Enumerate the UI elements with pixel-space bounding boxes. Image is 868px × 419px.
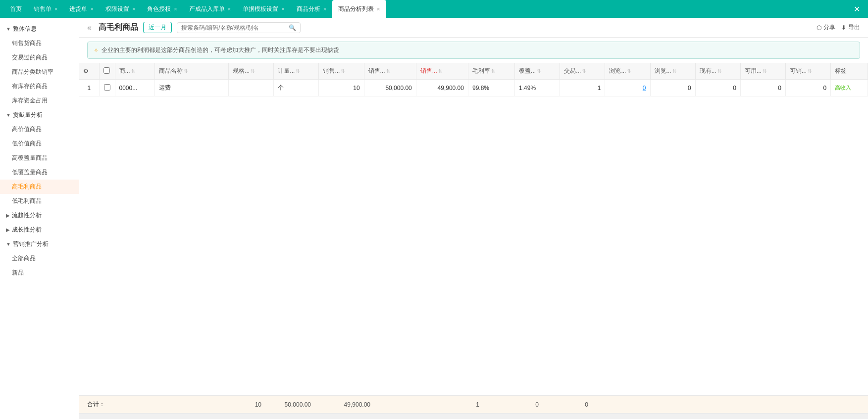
col-coverage[interactable]: 覆盖...⇅ bbox=[515, 63, 560, 80]
sidebar-item-new-goods[interactable]: 新品 bbox=[0, 266, 79, 280]
sort-tx-icon[interactable]: ⇅ bbox=[582, 68, 586, 74]
tab-analysis-close[interactable]: × bbox=[323, 6, 326, 12]
col-sales-profit[interactable]: 销售...⇅ bbox=[416, 63, 468, 80]
table-row[interactable]: 1 0000... 运费 个 10 50,000.00 49,900.00 99… bbox=[79, 80, 868, 96]
close-all-button[interactable]: ✕ bbox=[850, 4, 864, 14]
col-spec[interactable]: 规格...⇅ bbox=[229, 63, 274, 80]
col-available[interactable]: 可用...⇅ bbox=[740, 63, 785, 80]
cell-transactions: 1 bbox=[560, 80, 605, 96]
tab-inbound-close[interactable]: × bbox=[228, 6, 231, 12]
filter-period-button[interactable]: 近一月 bbox=[143, 22, 172, 33]
cell-no: 1 bbox=[79, 80, 99, 96]
sort-name-icon[interactable]: ⇅ bbox=[184, 68, 188, 74]
tab-home[interactable]: 首页 bbox=[4, 0, 28, 18]
col-saleable[interactable]: 可销...⇅ bbox=[786, 63, 831, 80]
sort-salesqty-icon[interactable]: ⇅ bbox=[341, 68, 345, 74]
share-button[interactable]: ⬡ 分享 bbox=[817, 23, 835, 32]
sort-spec-icon[interactable]: ⇅ bbox=[251, 68, 255, 74]
col-views2[interactable]: 浏览...⇅ bbox=[650, 63, 695, 80]
tab-analysis-list[interactable]: 商品分析列表 × bbox=[332, 0, 386, 18]
tab-permission-close[interactable]: × bbox=[132, 6, 135, 12]
collapse-sidebar-button[interactable]: « bbox=[87, 23, 92, 32]
cell-saleable: 0 bbox=[786, 80, 831, 96]
col-name[interactable]: 商品名称⇅ bbox=[154, 63, 228, 80]
tab-sales[interactable]: 销售单 × bbox=[28, 0, 63, 18]
sidebar-item-category-rate[interactable]: 商品分类助销率 bbox=[0, 65, 79, 79]
sidebar-item-high-coverage[interactable]: 高覆盖量商品 bbox=[0, 151, 79, 165]
col-sales-amount[interactable]: 销售...⇅ bbox=[364, 63, 416, 80]
data-table: ⚙ 商...⇅ 商品名称⇅ 规格...⇅ 计量...⇅ 销售...⇅ 销售...… bbox=[79, 63, 868, 96]
sort-code-icon[interactable]: ⇅ bbox=[131, 68, 135, 74]
export-label: 导出 bbox=[848, 23, 860, 32]
sort-unit-icon[interactable]: ⇅ bbox=[296, 68, 300, 74]
search-input[interactable] bbox=[181, 24, 289, 31]
content-header: « 高毛利商品 近一月 🔍 ⬡ 分享 ⬇ 导出 bbox=[79, 18, 868, 38]
col-settings[interactable]: ⚙ bbox=[79, 63, 99, 80]
sidebar-group-overall-label: 整体信息 bbox=[13, 25, 37, 33]
tab-template[interactable]: 单据模板设置 × bbox=[237, 0, 290, 18]
cell-code: 0000... bbox=[115, 80, 154, 96]
tab-purchase-close[interactable]: × bbox=[90, 6, 93, 12]
cell-spec bbox=[229, 80, 274, 96]
tab-inbound[interactable]: 产成品入库单 × bbox=[183, 0, 237, 18]
search-icon[interactable]: 🔍 bbox=[289, 24, 296, 31]
col-gross-margin[interactable]: 毛利率⇅ bbox=[468, 63, 514, 80]
table-wrapper[interactable]: ⚙ 商...⇅ 商品名称⇅ 规格...⇅ 计量...⇅ 销售...⇅ 销售...… bbox=[79, 63, 868, 395]
col-views1[interactable]: 浏览...⇅ bbox=[605, 63, 650, 80]
col-unit[interactable]: 计量...⇅ bbox=[274, 63, 319, 80]
select-all-checkbox[interactable] bbox=[103, 67, 110, 74]
tab-template-label: 单据模板设置 bbox=[243, 5, 278, 13]
cell-name: 运费 bbox=[154, 80, 228, 96]
tab-purchase[interactable]: 进货单 × bbox=[63, 0, 99, 18]
tab-analysis-list-close[interactable]: × bbox=[377, 6, 380, 12]
sidebar-group-growth[interactable]: ▶ 成长性分析 bbox=[0, 223, 79, 237]
col-current[interactable]: 现有...⇅ bbox=[695, 63, 740, 80]
sort-views1-icon[interactable]: ⇅ bbox=[627, 68, 631, 74]
tab-analysis[interactable]: 商品分析 × bbox=[291, 0, 332, 18]
sort-salesamt-icon[interactable]: ⇅ bbox=[386, 68, 390, 74]
row-checkbox[interactable] bbox=[104, 84, 110, 91]
col-transactions[interactable]: 交易...⇅ bbox=[560, 63, 605, 80]
sidebar-item-low-margin[interactable]: 低毛利商品 bbox=[0, 194, 79, 208]
arrow-growth-icon: ▶ bbox=[6, 227, 10, 233]
tab-template-close[interactable]: × bbox=[281, 6, 284, 12]
sidebar-item-stock-fund[interactable]: 库存资金占用 bbox=[0, 93, 79, 108]
sort-views2-icon[interactable]: ⇅ bbox=[672, 68, 676, 74]
col-code[interactable]: 商...⇅ bbox=[115, 63, 154, 80]
table-footer: 合计： 10 50,000.00 49,900.00 1 0 0 bbox=[79, 395, 868, 413]
col-sales-qty[interactable]: 销售...⇅ bbox=[319, 63, 364, 80]
sidebar-item-traded-goods[interactable]: 交易过的商品 bbox=[0, 50, 79, 65]
cell-checkbox bbox=[99, 80, 115, 96]
sidebar-group-contribution[interactable]: ▼ 贡献量分析 bbox=[0, 108, 79, 122]
footer-sales-qty: 10 bbox=[117, 401, 265, 408]
sidebar-group-trend-label: 流趋性分析 bbox=[12, 211, 42, 220]
tab-permission[interactable]: 权限设置 × bbox=[100, 0, 141, 18]
sidebar-item-high-margin[interactable]: 高毛利商品 bbox=[0, 180, 79, 194]
sidebar-item-low-value[interactable]: 低价值商品 bbox=[0, 137, 79, 151]
tab-sales-close[interactable]: × bbox=[54, 6, 57, 12]
sidebar-item-all-goods[interactable]: 全部商品 bbox=[0, 251, 79, 266]
sort-profit-icon[interactable]: ⇅ bbox=[438, 68, 442, 74]
tab-role-close[interactable]: × bbox=[174, 6, 177, 12]
sort-available-icon[interactable]: ⇅ bbox=[763, 68, 766, 74]
sidebar-item-stocked-goods[interactable]: 有库存的商品 bbox=[0, 79, 79, 93]
sort-current-icon[interactable]: ⇅ bbox=[717, 68, 721, 74]
sidebar-item-sales-goods[interactable]: 销售货商品 bbox=[0, 36, 79, 50]
cell-views1[interactable]: 0 bbox=[605, 80, 650, 96]
sidebar-group-trend[interactable]: ▶ 流趋性分析 bbox=[0, 208, 79, 223]
sidebar-item-high-value[interactable]: 高价值商品 bbox=[0, 122, 79, 137]
cell-current: 0 bbox=[695, 80, 740, 96]
footer-values: 10 50,000.00 49,900.00 1 0 0 bbox=[117, 401, 860, 408]
cell-coverage: 1.49% bbox=[515, 80, 560, 96]
horizontal-scrollbar[interactable] bbox=[79, 413, 868, 419]
tab-analysis-list-label: 商品分析列表 bbox=[338, 5, 374, 13]
sort-saleable-icon[interactable]: ⇅ bbox=[808, 68, 812, 74]
sidebar-group-marketing[interactable]: ▼ 营销推广分析 bbox=[0, 237, 79, 251]
sort-coverage-icon[interactable]: ⇅ bbox=[537, 68, 541, 74]
tab-role[interactable]: 角色授权 × bbox=[141, 0, 183, 18]
sort-margin-icon[interactable]: ⇅ bbox=[491, 68, 495, 74]
table-header-row: ⚙ 商...⇅ 商品名称⇅ 规格...⇅ 计量...⇅ 销售...⇅ 销售...… bbox=[79, 63, 868, 80]
export-button[interactable]: ⬇ 导出 bbox=[841, 23, 860, 32]
sidebar-item-low-coverage[interactable]: 低覆盖量商品 bbox=[0, 165, 79, 180]
sidebar-group-overall[interactable]: ▼ 整体信息 bbox=[0, 22, 79, 36]
